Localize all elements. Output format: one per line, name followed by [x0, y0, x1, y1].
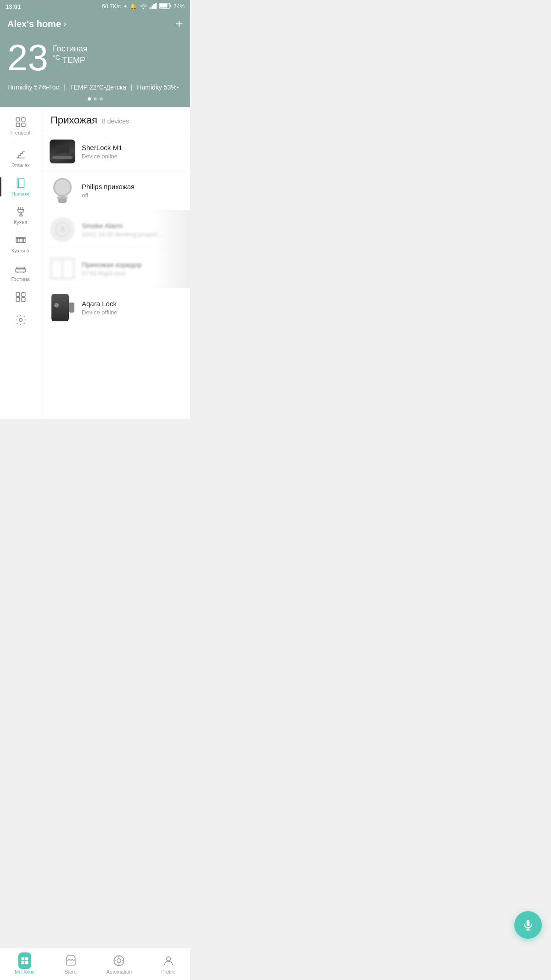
- dot-3[interactable]: [100, 97, 103, 101]
- sidebar-label-frequent: Frequent: [10, 130, 30, 135]
- sidebar-label-etazh: Этаж вх: [11, 162, 30, 168]
- svg-rect-6: [170, 5, 171, 7]
- header-area: Alex's home › + 23 Гостиная °C ТЕМР Humi…: [0, 13, 190, 107]
- sidebar-label-gostina: Гостина: [11, 276, 29, 282]
- svg-rect-18: [16, 292, 20, 297]
- sidebar-item-room7[interactable]: [0, 286, 41, 309]
- svg-rect-21: [22, 297, 25, 302]
- sensor-item-2: ТЕМР 22°C-Детска: [70, 84, 126, 91]
- device-info-philips: Philips прихожая off: [82, 183, 182, 199]
- network-speed: 60.7K/c: [102, 3, 121, 10]
- main-area: Frequent Этаж вх Прихож: [0, 107, 190, 419]
- device-name-switch: Прихожая коридор: [82, 261, 182, 269]
- battery-percent: 74%: [174, 3, 185, 10]
- room-device-count: 8 devices: [102, 118, 129, 125]
- temp-unit-symbol: °C: [53, 54, 60, 61]
- content-panel: Прихожая 8 devices SherLock M1 Device on…: [41, 107, 190, 419]
- device-status-switch: 07:53 Right click: [82, 270, 182, 277]
- svg-point-13: [17, 183, 18, 184]
- device-name-sherlock: SherLock M1: [82, 144, 182, 151]
- temperature-value: 23: [7, 39, 48, 76]
- table-icon: [15, 234, 27, 246]
- home-title-row: Alex's home › +: [7, 17, 183, 30]
- svg-rect-1: [152, 6, 153, 9]
- device-icon-switch: [50, 256, 75, 281]
- sidebar-item-etazh[interactable]: Этаж вх: [0, 144, 41, 173]
- sensor-strip: Humidity 57%-Гос | ТЕМР 22°C-Детска | Hu…: [7, 84, 183, 91]
- device-name-philips: Philips прихожая: [82, 183, 182, 190]
- door-icon: [15, 177, 27, 189]
- temp-unit-location: Гостиная °C ТЕМР: [53, 44, 88, 65]
- device-name-smoke: Smoke Alarm: [82, 222, 182, 230]
- sensor-item-1: Humidity 57%-Гос: [7, 84, 59, 91]
- svg-rect-0: [150, 7, 151, 9]
- sidebar: Frequent Этаж вх Прихож: [0, 107, 41, 419]
- device-item-switch[interactable]: Прихожая коридор 07:53 Right click: [41, 249, 190, 288]
- add-button[interactable]: +: [175, 17, 183, 30]
- wifi-icon: [139, 3, 147, 11]
- sidebar-item-kukhnya[interactable]: Кухня: [0, 201, 41, 230]
- svg-rect-7: [16, 118, 20, 121]
- sidebar-item-frequent[interactable]: Frequent: [0, 112, 41, 140]
- device-icon-aqara: [50, 295, 75, 320]
- settings-icon: [15, 314, 27, 326]
- home-title[interactable]: Alex's home ›: [7, 19, 66, 29]
- battery-icon: [159, 3, 171, 10]
- stairs-icon: [15, 149, 27, 161]
- signal-icon: [150, 3, 157, 10]
- sensor-divider-2: |: [131, 84, 133, 91]
- sidebar-item-settings[interactable]: [0, 309, 41, 332]
- device-info-aqara: Aqara Lock Device offline: [82, 300, 182, 316]
- sidebar-item-kukhnya-b[interactable]: Кухня б: [0, 230, 41, 258]
- temp-label: °C ТЕМР: [53, 54, 88, 65]
- sidebar-item-prikhozh[interactable]: Прихож: [0, 173, 41, 201]
- device-item-aqara[interactable]: Aqara Lock Device offline: [41, 288, 190, 327]
- svg-rect-20: [16, 297, 20, 302]
- svg-rect-10: [22, 123, 25, 127]
- grid-icon: [15, 116, 27, 128]
- temp-location: Гостиная: [53, 44, 88, 54]
- device-icon-smoke: [50, 217, 75, 242]
- device-item-sherlock[interactable]: SherLock M1 Device online: [41, 132, 190, 171]
- chevron-right-icon: ›: [64, 20, 66, 28]
- device-icon-philips: [50, 178, 75, 203]
- device-status-sherlock: Device online: [82, 153, 182, 160]
- svg-rect-11: [17, 158, 24, 159]
- device-info-switch: Прихожая коридор 07:53 Right click: [82, 261, 182, 277]
- svg-rect-19: [22, 292, 25, 297]
- sidebar-item-gostina[interactable]: Гостина: [0, 258, 41, 286]
- page-dots: [7, 97, 183, 107]
- status-bar: 13:01 60.7K/c ✦ 🔔: [0, 0, 190, 13]
- device-item-philips[interactable]: Philips прихожая off: [41, 171, 190, 210]
- sidebar-label-kukhnya-b: Кухня б: [11, 248, 29, 253]
- temperature-widget: 23 Гостиная °C ТЕМР: [7, 39, 183, 76]
- sidebar-label-prikhozh: Прихож: [11, 191, 29, 196]
- svg-rect-2: [153, 4, 155, 9]
- sensor-divider-1: |: [63, 84, 65, 91]
- dot-2[interactable]: [94, 97, 97, 101]
- svg-rect-8: [22, 118, 25, 121]
- device-name-aqara: Aqara Lock: [82, 300, 182, 308]
- svg-rect-9: [16, 123, 20, 127]
- svg-rect-5: [160, 4, 167, 8]
- bluetooth-icon: ✦: [123, 3, 128, 10]
- device-list: SherLock M1 Device online Philips прихож…: [41, 132, 190, 327]
- device-info-smoke: Smoke Alarm 10/21 16:05 Working properl.…: [82, 222, 182, 238]
- status-time: 13:01: [6, 3, 21, 10]
- svg-rect-17: [17, 267, 24, 269]
- sidebar-divider: [14, 142, 28, 142]
- alarm-icon: 🔔: [130, 3, 137, 10]
- sofa-icon: [15, 263, 27, 274]
- device-status-aqara: Device offline: [82, 309, 182, 316]
- kitchen-icon: [15, 206, 27, 218]
- device-icon-sherlock: [50, 139, 75, 164]
- device-info-sherlock: SherLock M1 Device online: [82, 144, 182, 160]
- svg-rect-3: [155, 3, 157, 9]
- device-item-smoke[interactable]: Smoke Alarm 10/21 16:05 Working properl.…: [41, 210, 190, 249]
- room-header: Прихожая 8 devices: [41, 107, 190, 132]
- room-name: Прихожая: [51, 114, 97, 126]
- status-right: 60.7K/c ✦ 🔔: [102, 3, 185, 11]
- dot-1[interactable]: [88, 97, 91, 101]
- grid2-icon: [15, 291, 27, 303]
- sensor-item-3: Humidity 53%-: [137, 84, 179, 91]
